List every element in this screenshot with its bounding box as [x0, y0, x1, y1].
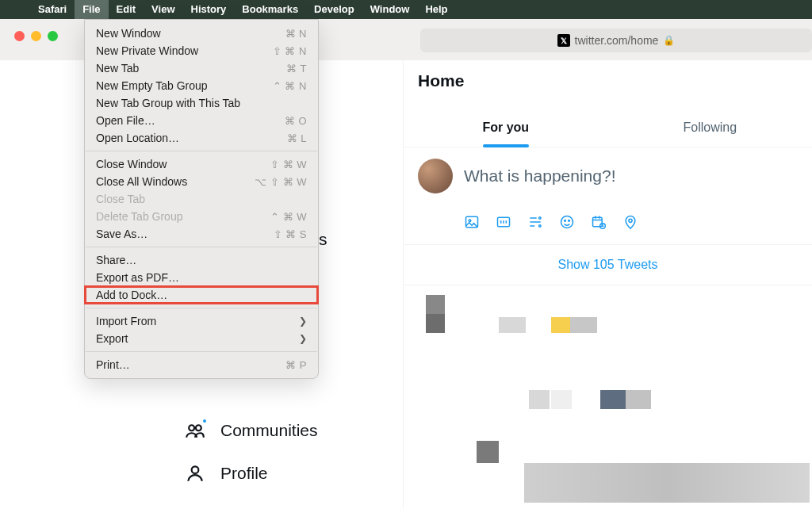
pixel-block [551, 317, 570, 333]
pixel-block [499, 317, 526, 333]
svg-point-9 [565, 220, 566, 222]
feed-tabs: For you Following [404, 109, 812, 147]
menu-delete-tab-group: Delete Tab Group⌃ ⌘ W [85, 208, 318, 225]
menubar-history[interactable]: History [183, 0, 235, 19]
menu-new-tab[interactable]: New Tab⌘ T [85, 59, 318, 77]
chevron-right-icon: ❯ [299, 316, 307, 327]
pixel-block [600, 390, 626, 409]
tab-for-you[interactable]: For you [404, 109, 608, 147]
location-icon[interactable] [622, 214, 638, 230]
pixel-block [626, 390, 651, 409]
lock-icon: 🔒 [663, 35, 675, 46]
menu-open-location[interactable]: Open Location…⌘ L [85, 129, 318, 147]
menu-separator [86, 351, 317, 352]
menu-separator [86, 308, 317, 308]
tweet-composer: What is happening?! [404, 147, 812, 245]
menu-new-tab-group-with-tab[interactable]: New Tab Group with This Tab [85, 94, 318, 112]
menu-close-window[interactable]: Close Window⇧ ⌘ W [85, 155, 318, 173]
svg-point-8 [561, 216, 573, 228]
menubar-edit[interactable]: Edit [109, 0, 144, 19]
pixel-block [529, 390, 550, 409]
gif-icon[interactable] [496, 214, 511, 230]
pixel-block [551, 390, 572, 409]
poll-icon[interactable] [527, 214, 543, 230]
menu-new-private-window[interactable]: New Private Window⇧ ⌘ N [85, 42, 318, 59]
site-favicon-icon: 𝕏 [557, 34, 570, 47]
svg-point-10 [569, 220, 570, 222]
pixel-block [570, 317, 597, 333]
menu-close-tab: Close Tab [85, 190, 318, 208]
composer-input[interactable]: What is happening?! [464, 166, 615, 186]
user-avatar[interactable] [418, 159, 453, 193]
svg-point-1 [196, 425, 201, 431]
menubar-window[interactable]: Window [362, 0, 418, 19]
composer-toolbar [418, 205, 798, 239]
menu-add-to-dock[interactable]: Add to Dock… [85, 286, 318, 304]
window-minimize-button[interactable] [31, 31, 41, 41]
sidebar-item-label: Communities [220, 421, 318, 440]
menubar-file[interactable]: File [75, 0, 108, 19]
menu-open-file[interactable]: Open File…⌘ O [85, 112, 318, 129]
menu-separator [86, 247, 317, 247]
svg-point-2 [192, 466, 199, 473]
notification-dot-icon [201, 418, 208, 424]
emoji-icon[interactable] [559, 214, 575, 230]
menu-export-pdf[interactable]: Export as PDF… [85, 269, 318, 286]
menu-new-empty-tab-group[interactable]: New Empty Tab Group⌃ ⌘ N [85, 77, 318, 94]
svg-point-6 [539, 217, 542, 220]
window-traffic-lights [14, 31, 58, 41]
address-bar[interactable]: 𝕏 twitter.com/home 🔒 [420, 29, 812, 52]
pixel-block [426, 295, 445, 314]
sidebar-item-profile[interactable]: Profile [184, 452, 382, 495]
svg-point-13 [629, 219, 632, 222]
menubar-bookmarks[interactable]: Bookmarks [234, 0, 306, 19]
main-column: Home For you Following What is happening… [403, 60, 812, 509]
svg-point-0 [189, 425, 194, 431]
sidebar-item-communities[interactable]: Communities [184, 409, 382, 452]
menu-save-as[interactable]: Save As…⇧ ⌘ S [85, 225, 318, 243]
pixel-block [477, 441, 499, 463]
feed-placeholder [404, 285, 812, 509]
address-bar-url: twitter.com/home [575, 34, 659, 47]
menu-new-window[interactable]: New Window⌘ N [85, 25, 318, 42]
menubar-help[interactable]: Help [417, 0, 455, 19]
show-new-tweets-button[interactable]: Show 105 Tweets [404, 245, 812, 285]
menu-import-from[interactable]: Import From❯ [85, 312, 318, 330]
menu-print[interactable]: Print…⌘ P [85, 356, 318, 373]
menu-export[interactable]: Export❯ [85, 330, 318, 347]
menubar-develop[interactable]: Develop [306, 0, 362, 19]
schedule-icon[interactable] [591, 214, 607, 230]
sidebar-nav: Communities Profile [184, 409, 382, 495]
menu-separator [86, 151, 317, 151]
tab-following[interactable]: Following [608, 109, 813, 147]
window-close-button[interactable] [14, 31, 25, 41]
communities-icon [184, 419, 206, 442]
macos-menubar: Safari File Edit View History Bookmarks … [0, 0, 812, 19]
profile-icon [184, 462, 206, 484]
menubar-app-name[interactable]: Safari [30, 0, 75, 19]
menu-close-all-windows[interactable]: Close All Windows⌥ ⇧ ⌘ W [85, 173, 318, 190]
menu-share[interactable]: Share… [85, 251, 318, 269]
page-title: Home [404, 60, 812, 109]
svg-point-7 [539, 225, 542, 228]
svg-point-4 [469, 220, 471, 222]
window-maximize-button[interactable] [48, 31, 58, 41]
menubar-view[interactable]: View [144, 0, 182, 19]
sidebar-item-partial: s [319, 230, 327, 249]
file-menu-dropdown: New Window⌘ N New Private Window⇧ ⌘ N Ne… [84, 19, 319, 379]
sidebar-item-label: Profile [220, 464, 268, 483]
image-icon[interactable] [464, 214, 480, 230]
pixel-block [524, 463, 810, 503]
chevron-right-icon: ❯ [299, 333, 307, 344]
pixel-block [426, 314, 445, 333]
